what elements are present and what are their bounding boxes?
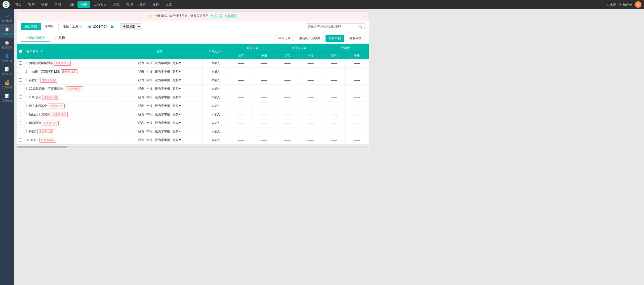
sidebar-item-annual-report[interactable]: 📊 工商年报: [0, 91, 14, 104]
nav-operation[interactable]: 经营: [136, 1, 149, 8]
declaration-records-button[interactable]: 申报记录: [275, 35, 294, 42]
op-zero-declare[interactable]: 设为零申报: [155, 138, 170, 142]
buy-now-link[interactable]: 立即购买: [225, 14, 237, 18]
op-declare[interactable]: 申报: [146, 104, 152, 108]
sidebar-item-tax-settings[interactable]: ⚙ 报税设置: [0, 11, 14, 24]
sidebar-item-personal-tax[interactable]: 👤 个税申报: [0, 51, 14, 64]
status-badge: 未更新核定: [61, 69, 77, 74]
tab-zero-declare[interactable]: 零申报: [41, 23, 59, 30]
prev-month-button[interactable]: ◀: [87, 24, 92, 29]
op-zero-declare[interactable]: 设为零申报: [155, 87, 170, 90]
op-tax-form[interactable]: 税表: [138, 70, 144, 73]
col-finance-declare: 申报: [253, 53, 276, 59]
row-checkbox[interactable]: [19, 104, 22, 107]
update-stats-button[interactable]: 更新统计及取数: [296, 35, 324, 42]
col-header-name-sort[interactable]: ▼: [40, 50, 43, 53]
nav-settings[interactable]: 设置: [163, 1, 175, 8]
op-declare[interactable]: 申报: [146, 78, 152, 82]
op-more[interactable]: 更多▼: [172, 104, 181, 108]
op-declare[interactable]: 申报: [146, 61, 152, 65]
row-checkbox[interactable]: [19, 87, 22, 90]
nav-service[interactable]: 服务: [149, 1, 162, 8]
op-tax-form[interactable]: 税表: [138, 130, 144, 133]
staff-dropdown[interactable]: 全部员工: [120, 23, 141, 30]
op-tax-form[interactable]: 税表: [138, 78, 144, 82]
row-checkbox[interactable]: [19, 138, 22, 141]
nav-business[interactable]: 工商项目: [91, 1, 110, 8]
op-declare[interactable]: 申报: [146, 121, 152, 125]
sub-tab-general[interactable]: 一般的纳税人: [21, 34, 50, 42]
op-tax-form[interactable]: 税表: [138, 138, 144, 142]
scroll-thumb[interactable]: [17, 146, 67, 148]
op-tax-form[interactable]: 税表: [138, 87, 144, 90]
sidebar-item-tax-overview[interactable]: 🏠 报税总览: [0, 38, 14, 51]
op-tax-form[interactable]: 税表: [138, 96, 144, 99]
tab-tax-declare[interactable]: 税款申报: [21, 23, 41, 30]
search-button[interactable]: 🔍: [356, 24, 365, 30]
op-declare[interactable]: 申报: [146, 130, 152, 133]
ca-status-cell: 未插入: [202, 68, 229, 76]
info-icon[interactable]: ⓘ: [79, 25, 82, 28]
next-month-button[interactable]: ▶: [110, 24, 115, 29]
sub-tab-small-scale[interactable]: 小规模: [50, 34, 70, 42]
customer-name: 科目1: [29, 130, 37, 133]
member-btn[interactable]: ▶ 畅会员: [619, 3, 632, 7]
op-zero-declare[interactable]: 设为零申报: [155, 70, 170, 73]
sidebar-item-tax-records[interactable]: 📝 报税记录: [0, 64, 14, 78]
select-all-checkbox[interactable]: [19, 50, 22, 53]
nav-customer[interactable]: 客户: [25, 1, 38, 8]
op-tax-form[interactable]: 税表: [138, 61, 144, 65]
op-zero-declare[interactable]: 设为零申报: [155, 61, 170, 65]
op-zero-declare[interactable]: 设为零申报: [155, 130, 170, 133]
scroll-track[interactable]: [17, 146, 368, 148]
row-checkbox[interactable]: [19, 70, 22, 73]
op-zero-declare[interactable]: 设为零申报: [155, 121, 170, 125]
row-checkbox[interactable]: [19, 113, 22, 116]
op-declare[interactable]: 申报: [146, 113, 152, 116]
search-input[interactable]: [306, 24, 356, 29]
op-more[interactable]: 更多▼: [172, 138, 181, 142]
op-more[interactable]: 更多▼: [172, 87, 181, 90]
op-more[interactable]: 更多▼: [172, 61, 181, 65]
nav-billing[interactable]: 收费: [38, 1, 51, 8]
op-declare[interactable]: 申报: [146, 138, 152, 142]
op-declare[interactable]: 申报: [146, 87, 152, 90]
op-declare[interactable]: 申报: [146, 70, 152, 73]
nav-tax[interactable]: 报税: [77, 1, 90, 8]
sidebar-item-settlement[interactable]: 💰 汇算清缴: [0, 78, 14, 91]
op-tax-form[interactable]: 税表: [138, 104, 144, 108]
row-checkbox[interactable]: [19, 130, 22, 133]
op-declare[interactable]: 申报: [146, 96, 152, 99]
ca-status-cell: 未插入: [202, 102, 229, 110]
op-more[interactable]: 更多▼: [172, 96, 181, 99]
nav-manage[interactable]: 管理: [123, 1, 136, 8]
op-tax-form[interactable]: 税表: [138, 113, 144, 116]
op-zero-declare[interactable]: 设为零申报: [155, 96, 170, 99]
row-checkbox[interactable]: [19, 96, 22, 99]
op-more[interactable]: 更多▼: [172, 121, 181, 125]
avatar[interactable]: 会: [635, 1, 641, 8]
customer-name: 2013日记账（不要删除验...: [29, 87, 65, 90]
op-zero-declare[interactable]: 设为零申报: [155, 113, 170, 116]
sidebar-item-batch-tax[interactable]: 📋 批量报税: [0, 24, 14, 38]
declaration-summary-link[interactable]: 申报汇总: [211, 14, 223, 18]
row-checkbox[interactable]: [19, 121, 22, 124]
row-checkbox[interactable]: [19, 78, 22, 82]
top-navigation: 首页 客户 收费 票据 记账 报税 工商项目 消息 管理 经营 服务 设置 □ …: [0, 0, 644, 9]
nav-message[interactable]: 消息: [110, 1, 123, 8]
op-more[interactable]: 更多▼: [172, 113, 181, 116]
op-zero-declare[interactable]: 设为零申报: [155, 104, 170, 108]
op-tax-form[interactable]: 税表: [138, 121, 144, 125]
batch-declare-button[interactable]: 批量申报: [326, 35, 344, 42]
nav-invoice[interactable]: 票据: [51, 1, 64, 8]
withdraw-button[interactable]: 收取回执: [346, 35, 365, 42]
op-zero-declare[interactable]: 设为零申报: [155, 78, 170, 82]
fullscreen-btn[interactable]: □ 全屏: [607, 3, 616, 7]
op-more[interactable]: 更多▼: [172, 78, 181, 82]
row-checkbox[interactable]: [19, 61, 22, 65]
op-more[interactable]: 更多▼: [172, 70, 181, 73]
nav-home[interactable]: 首页: [12, 1, 25, 8]
nav-bookkeeping[interactable]: 记账: [64, 1, 77, 8]
close-banner-button[interactable]: ×: [364, 14, 366, 18]
op-more[interactable]: 更多▼: [172, 130, 181, 133]
